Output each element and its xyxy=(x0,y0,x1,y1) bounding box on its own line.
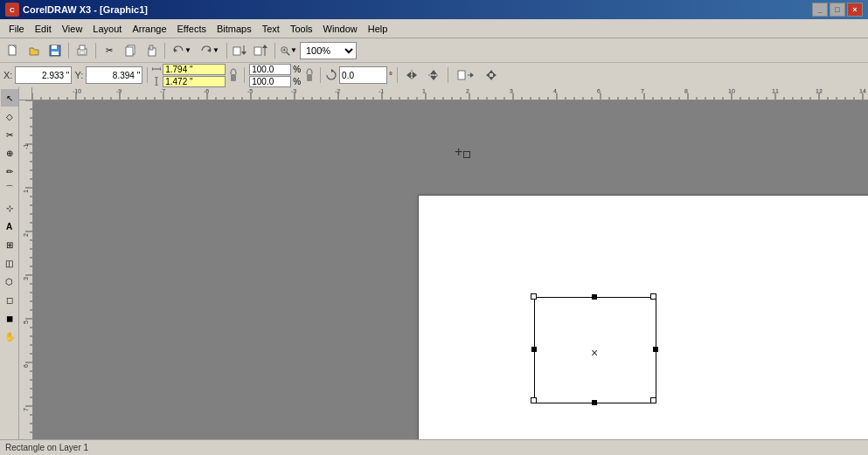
interact-tool[interactable]: ✋ xyxy=(1,327,18,345)
svg-marker-33 xyxy=(406,72,411,79)
svg-marker-34 xyxy=(413,72,417,79)
save-button[interactable] xyxy=(45,41,65,60)
height-field[interactable] xyxy=(163,76,226,87)
mirror-h-button[interactable] xyxy=(402,65,421,85)
menu-item-effects[interactable]: Effects xyxy=(172,22,212,36)
smartdraw-tool[interactable]: ⌒ xyxy=(1,181,18,198)
menu-item-tools[interactable]: Tools xyxy=(285,22,318,36)
shape-tool[interactable]: ◇ xyxy=(1,107,18,125)
zoom-tool[interactable]: ⊕ xyxy=(1,144,18,162)
handle-bot-left[interactable] xyxy=(531,397,537,403)
pct-width-field[interactable] xyxy=(249,64,291,75)
close-button[interactable]: × xyxy=(847,3,863,17)
import-button[interactable] xyxy=(231,41,250,60)
ruler-corner xyxy=(19,87,32,100)
handle-top-right[interactable] xyxy=(650,293,656,300)
export-button[interactable] xyxy=(252,41,271,60)
sep5 xyxy=(274,43,275,59)
pct-w-unit: % xyxy=(293,65,301,74)
title-controls: _ □ × xyxy=(812,3,863,17)
svg-marker-37 xyxy=(430,76,437,80)
standard-toolbar: ✂ ▼ ▼ ▼ 100% 50% 200% xyxy=(0,38,868,63)
canvas-area[interactable]: × + xyxy=(33,100,868,439)
app-icon: C xyxy=(5,3,19,17)
svg-rect-2 xyxy=(52,45,57,49)
sep2 xyxy=(95,43,96,59)
dimension-tool[interactable]: ⊹ xyxy=(1,199,18,217)
width-field[interactable] xyxy=(163,64,226,75)
zoom-smart[interactable]: ▼ xyxy=(279,41,298,60)
menu-item-edit[interactable]: Edit xyxy=(30,22,57,36)
crop-tool[interactable]: ✂ xyxy=(1,126,18,143)
cut-button[interactable]: ✂ xyxy=(100,41,119,60)
outline-tool[interactable]: ◻ xyxy=(1,291,18,308)
position-button[interactable] xyxy=(453,65,479,85)
handle-bot-mid[interactable] xyxy=(592,400,597,405)
new-button[interactable] xyxy=(3,41,23,60)
menu-bar: FileEditViewLayoutArrangeEffectsBitmapsT… xyxy=(0,19,868,38)
paste-button[interactable] xyxy=(142,41,161,60)
svg-marker-44 xyxy=(493,72,496,78)
handle-top-mid[interactable] xyxy=(592,294,597,300)
vertical-ruler xyxy=(19,100,33,439)
nudge-button[interactable] xyxy=(482,65,501,85)
sep-coord xyxy=(147,67,148,83)
lock-ratio-button[interactable] xyxy=(227,63,240,87)
menu-item-bitmaps[interactable]: Bitmaps xyxy=(212,22,257,36)
rotate-icon xyxy=(325,69,337,81)
menu-item-file[interactable]: File xyxy=(3,22,30,36)
handle-mid-right[interactable] xyxy=(653,347,658,352)
svg-rect-5 xyxy=(80,45,85,50)
svg-marker-36 xyxy=(430,70,437,74)
zoom-select[interactable]: 100% 50% 200% xyxy=(300,42,357,59)
menu-item-help[interactable]: Help xyxy=(363,22,393,36)
handle-top-left[interactable] xyxy=(531,293,537,300)
fill-tool[interactable]: ◼ xyxy=(1,309,18,327)
handle-bot-right[interactable] xyxy=(650,397,656,403)
menu-item-layout[interactable]: Layout xyxy=(87,22,127,36)
menu-item-arrange[interactable]: Arrange xyxy=(127,22,171,36)
blend-tool[interactable]: ◫ xyxy=(1,254,18,272)
redo-group[interactable]: ▼ xyxy=(197,41,223,60)
rot-unit: ° xyxy=(389,71,392,80)
eyedropper-tool[interactable]: ⬡ xyxy=(1,272,18,290)
pct-height-field[interactable] xyxy=(249,76,291,87)
y-label: Y: xyxy=(74,70,83,80)
open-button[interactable] xyxy=(24,41,44,60)
svg-rect-30 xyxy=(307,74,312,81)
menu-item-view[interactable]: View xyxy=(57,22,88,36)
svg-rect-29 xyxy=(231,74,236,81)
canvas-container: × + xyxy=(19,87,868,439)
svg-marker-40 xyxy=(470,72,474,78)
table-tool[interactable]: ⊞ xyxy=(1,236,18,253)
mirror-v-button[interactable] xyxy=(424,65,443,85)
menu-item-text[interactable]: Text xyxy=(257,22,285,36)
svg-rect-38 xyxy=(458,71,465,79)
workspace: ↖ ◇ ✂ ⊕ ✏ ⌒ ⊹ A ⊞ ◫ ⬡ ◻ ◼ ✋ xyxy=(0,87,868,439)
print-button[interactable] xyxy=(73,41,92,60)
svg-marker-18 xyxy=(262,45,267,48)
svg-marker-12 xyxy=(207,48,211,52)
copy-button[interactable] xyxy=(121,41,140,60)
x-field[interactable] xyxy=(15,66,72,84)
title-text: CorelDRAW X3 - [Graphic1] xyxy=(23,4,148,15)
minimize-button[interactable]: _ xyxy=(812,3,828,17)
height-icon xyxy=(152,77,161,86)
handle-mid-left[interactable] xyxy=(531,347,537,352)
rotation-field[interactable] xyxy=(339,66,387,84)
x-label: X: xyxy=(3,70,12,80)
undo-group[interactable]: ▼ xyxy=(169,41,195,60)
menu-item-window[interactable]: Window xyxy=(318,22,363,36)
svg-rect-8 xyxy=(126,47,133,56)
maximize-button[interactable]: □ xyxy=(830,3,845,17)
select-tool[interactable]: ↖ xyxy=(1,89,18,107)
svg-marker-43 xyxy=(486,72,490,78)
sep1 xyxy=(68,43,69,59)
svg-marker-11 xyxy=(174,48,177,52)
sep-mirror xyxy=(448,67,448,83)
y-field[interactable] xyxy=(86,66,142,84)
sep-pct xyxy=(320,67,321,83)
lock-pct-button[interactable] xyxy=(303,63,316,87)
freehand-tool[interactable]: ✏ xyxy=(1,162,18,180)
text-tool[interactable]: A xyxy=(1,217,18,235)
